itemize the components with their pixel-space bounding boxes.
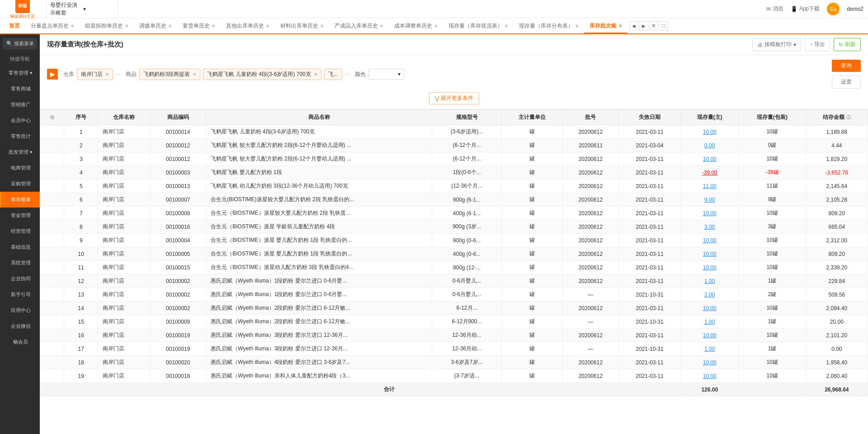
cell-expiry: 2021-10-31 — [618, 315, 680, 329]
export-btn[interactable]: ↑ 导出 — [805, 38, 830, 51]
cell-no: 8 — [64, 220, 98, 234]
sidebar-item-jing-ying[interactable]: 经营管理 — [0, 223, 40, 239]
nav-tab-zu-chai[interactable]: 组装拆卸单历史 ✕ — [80, 19, 134, 33]
export-icon: ↑ — [810, 42, 812, 48]
nav-tab-home[interactable]: 首页 — [4, 19, 25, 33]
message-btn[interactable]: ✉ 消息 — [766, 5, 783, 13]
sidebar-item-ji-chu[interactable]: 基础信息 — [0, 239, 40, 255]
sidebar-item-hui-yuan[interactable]: 会员中心 — [0, 113, 40, 128]
table-wrap: ⚙ 序号 仓库名称 商品编码 商品名称 规格型号 主计量单位 批号 失效日期 现… — [40, 109, 868, 434]
nav-tab-chan-pin-ru[interactable]: 产成品入库单历史 ✕ — [329, 19, 389, 33]
product-more[interactable]: ··· — [345, 71, 349, 77]
cell-qty-main[interactable]: 11.00 — [681, 179, 739, 193]
cell-qty-main[interactable]: 10.00 — [681, 207, 739, 220]
sidebar-item-ling-shou-tong-ji[interactable]: 零售统计 — [0, 128, 40, 144]
cell-qty-main[interactable]: 2.00 — [681, 288, 739, 302]
cell-qty-main[interactable]: 1.00 — [681, 315, 739, 329]
setting-btn[interactable]: 设置 — [832, 75, 861, 89]
sidebar-item-qi-ye-xie-tong[interactable]: 企业协同 — [0, 271, 40, 287]
color-select[interactable]: ▾ — [368, 69, 405, 80]
query-btn[interactable]: 查询 — [832, 60, 861, 72]
sidebar-item-ling-shou[interactable]: 零售管理 ▾ — [0, 65, 40, 81]
sidebar-item-chang-hui-yuan[interactable]: 畅会员 — [0, 334, 40, 350]
cell-qty-main[interactable]: 9.00 — [681, 193, 739, 207]
sidebar-item-ying-yong[interactable]: 应用中心 — [0, 302, 40, 318]
product-tag-2-remove[interactable]: ✕ — [314, 72, 317, 77]
sidebar-item-xi-tong[interactable]: 系统管理 — [0, 255, 40, 271]
sidebar-item-zi-jin[interactable]: 资金管理 — [0, 208, 40, 223]
close-xian-cun-ku[interactable]: ✕ — [505, 24, 508, 28]
avatar[interactable]: Ea — [827, 3, 840, 15]
close-chan-pin-ru[interactable]: ✕ — [380, 24, 383, 28]
expand-conditions-btn[interactable]: ⋁ 展开更多条件 — [429, 92, 479, 104]
cell-qty-main[interactable]: 10.00 — [681, 247, 739, 261]
nav-tab-qi-ta-chu[interactable]: 其他出库单历史 ✕ — [221, 19, 275, 33]
close-xian-cun-fen[interactable]: ✕ — [575, 24, 579, 28]
cell-qty-main[interactable]: 10.00 — [681, 356, 739, 369]
sidebar-item-dian-shang[interactable]: 电商管理 — [0, 160, 40, 176]
sidebar-item-xin-shou[interactable]: 新手引导 — [0, 287, 40, 302]
sidebar-item-pi-fa[interactable]: 批发管理 ▾ — [0, 144, 40, 160]
gear-icon[interactable]: ⚙ — [50, 114, 55, 121]
close-tiao-bo[interactable]: ✕ — [168, 24, 172, 28]
cell-spec: 900g (6-1... — [432, 193, 502, 207]
warehouse-tag-remove[interactable]: ✕ — [105, 72, 109, 77]
cell-qty-main[interactable]: 3.00 — [681, 220, 739, 234]
sidebar-item-ku-cun-he-suan[interactable]: 库存核算 — [0, 192, 40, 208]
app-label: App下载 — [799, 5, 820, 13]
cell-qty-main[interactable]: 10.00 — [681, 302, 739, 315]
close-fen-pan[interactable]: ✕ — [71, 24, 74, 28]
refresh-btn[interactable]: ↻ 刷新 — [834, 38, 861, 51]
close-zu-chai[interactable]: ✕ — [125, 24, 128, 28]
col-gear[interactable]: ⚙ — [40, 110, 64, 125]
sidebar-search-btn[interactable]: 🔍 搜索菜单 — [3, 38, 37, 49]
filter-collapse-btn[interactable]: ▶ — [47, 69, 58, 80]
nav-tab-xian-cun-fen[interactable]: 现存量（库存分布表）✕ — [514, 19, 584, 33]
nav-tab-xian-cun-ku[interactable]: 现存量（库存状况表）✕ — [443, 19, 514, 33]
sidebar-item-qi-ye-wei-xin[interactable]: 企业微信 — [0, 318, 40, 334]
nav-tab-fen-pan[interactable]: 分量盘点单历史 ✕ — [25, 19, 80, 33]
cell-warehouse: 南岸门店 — [98, 152, 150, 166]
cell-qty-main[interactable]: 0.00 — [681, 139, 739, 152]
app-download-btn[interactable]: 📱 App下载 — [791, 5, 820, 13]
nav-tab-tiao-bo[interactable]: 调拨单历史 ✕ — [134, 19, 177, 33]
page-actions: 🖨 按模板打印 ▾ ↑ 导出 ↻ 刷新 — [752, 38, 861, 51]
cell-qty-main[interactable]: 10.00 — [681, 369, 739, 383]
warehouse-more[interactable]: ··· — [116, 71, 120, 77]
cell-qty-main[interactable]: 1.00 — [681, 274, 739, 288]
cell-unit: 罐 — [501, 288, 562, 302]
sidebar-item-ying-xiao[interactable]: 营销推广 — [0, 97, 40, 113]
close-cheng-ben-tiao[interactable]: ✕ — [434, 24, 438, 28]
close-yao-huo[interactable]: ✕ — [212, 24, 215, 28]
cell-qty-main[interactable]: 1.00 — [681, 342, 739, 356]
cell-qty-main[interactable]: 10.00 — [681, 261, 739, 274]
industry-select[interactable]: 母婴行业演示账套 ▾ — [46, 0, 118, 19]
cell-qty-main[interactable]: 10.00 — [681, 234, 739, 247]
sidebar-nav-label[interactable]: 快捷导航 — [0, 53, 40, 65]
cell-spec: 1段(0-6个... — [432, 166, 502, 179]
close-cai-liao-chu[interactable]: ✕ — [320, 24, 324, 28]
table-row: 19 南岸门店 00100018 惠氏启赋（Wyeth illuma）亲和人体儿… — [40, 369, 868, 383]
cell-qty-main[interactable]: 10.00 — [681, 329, 739, 342]
balance-info-icon[interactable]: ⓘ — [846, 115, 851, 120]
sidebar-item-ling-shou-shang-cheng[interactable]: 零售商城 — [0, 81, 40, 97]
cell-qty-main[interactable]: -39.00 — [681, 166, 739, 179]
cell-qty-main[interactable]: 10.00 — [681, 152, 739, 166]
nav-maximize[interactable]: □ — [659, 21, 668, 30]
table-row: 6 南岸门店 00100007 合生元(BIOSTIME)派星较大婴儿配方奶粉 … — [40, 193, 868, 207]
cell-qty-main[interactable]: 10.00 — [681, 125, 739, 139]
sidebar-item-cai-gou[interactable]: 采购管理 — [0, 176, 40, 192]
close-qi-ta-chu[interactable]: ✕ — [266, 24, 269, 28]
nav-tab-ku-cun-pi-ci[interactable]: 库存批次账 ✕ — [584, 19, 627, 33]
nav-tab-cai-liao-chu[interactable]: 材料出库单历史 ✕ — [275, 19, 329, 33]
nav-close-all[interactable]: ✕ — [649, 21, 658, 30]
product-tag-1-remove[interactable]: ✕ — [193, 72, 196, 77]
close-ku-cun-pi-ci[interactable]: ✕ — [618, 24, 622, 28]
cell-code: 00100002 — [150, 274, 206, 288]
nav-tab-yao-huo[interactable]: 要货单历史 ✕ — [177, 19, 221, 33]
cell-code: 00100012 — [150, 139, 206, 152]
nav-prev-arrow[interactable]: ◀ — [629, 21, 638, 30]
nav-tab-cheng-ben-tiao[interactable]: 成本调整单历史 ✕ — [389, 19, 443, 33]
nav-next-arrow[interactable]: ▶ — [639, 21, 648, 30]
print-btn[interactable]: 🖨 按模板打印 ▾ — [752, 38, 801, 51]
